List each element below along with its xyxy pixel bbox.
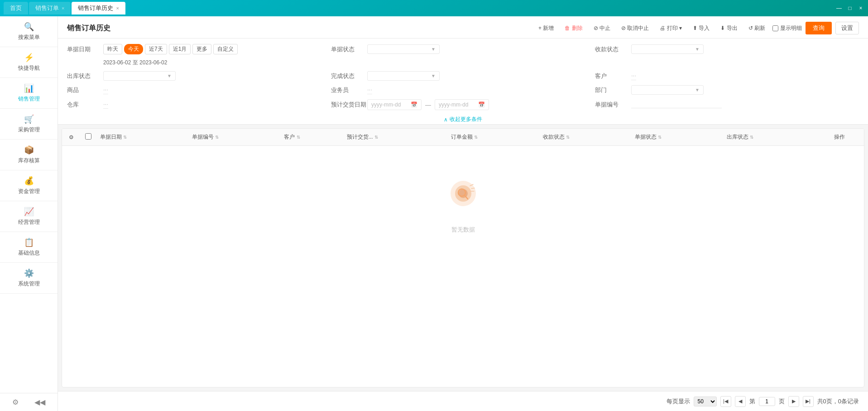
tab-sales-order-history-label: 销售订单历史	[78, 4, 113, 12]
complete-status-select[interactable]: ▼	[367, 71, 440, 81]
tab-home[interactable]: 首页	[4, 2, 28, 15]
sidebar-item-sys-mgmt[interactable]: ⚙️ 系统管理	[0, 263, 58, 294]
display-detail-checkbox[interactable]: 显示明细	[772, 24, 802, 32]
filter-dept-cell: 部门 ▼	[595, 85, 859, 95]
per-page-select[interactable]: 10 20 50 100	[694, 396, 717, 406]
filter-out-status-input: ▼	[103, 71, 331, 81]
order-status-select[interactable]: ▼	[367, 44, 440, 54]
tab-sales-order-history[interactable]: 销售订单历史 ×	[72, 2, 125, 15]
export-button[interactable]: ⬇ 导出	[717, 23, 741, 34]
order-no-input[interactable]	[631, 102, 722, 108]
sidebar-item-finance[interactable]: 💰 资金管理	[0, 170, 58, 201]
col-no-label: 单据编号	[192, 134, 214, 140]
filter-salesman-label: 业务员	[331, 86, 367, 94]
col-amount-label: 订单金额	[451, 134, 473, 140]
date-yesterday-btn[interactable]: 昨天	[103, 44, 122, 54]
search-menu-icon: 🔍	[24, 22, 34, 32]
filter-complete-status-input: ▼	[367, 71, 595, 81]
sidebar-footer: ⚙ ◀◀	[0, 393, 58, 411]
prev-page-button[interactable]: ◀	[735, 396, 746, 407]
refresh-button-label: ↺ 刷新	[748, 24, 765, 32]
date-7days-btn[interactable]: 近7天	[145, 44, 167, 54]
sidebar-item-base-info[interactable]: 📋 基础信息	[0, 232, 58, 263]
display-detail-input[interactable]	[772, 25, 778, 31]
settings-button[interactable]: 设置	[835, 22, 859, 34]
page-input[interactable]	[759, 397, 775, 406]
col-action: 操作	[815, 129, 864, 146]
filter-customer-input[interactable]: ···	[631, 72, 859, 80]
pay-status-select[interactable]: ▼	[631, 44, 704, 54]
print-button[interactable]: 🖨 打印 ▾	[656, 23, 686, 34]
filter-product-cell: 商品 ···	[67, 85, 331, 95]
col-order-status[interactable]: 单据状态 ⇅	[631, 129, 723, 146]
out-status-select[interactable]: ▼	[103, 71, 176, 81]
dept-chevron-icon: ▼	[695, 87, 700, 92]
col-no[interactable]: 单据编号 ⇅	[188, 129, 280, 146]
date-separator: —	[423, 102, 433, 108]
top-bar: 首页 销售订单 × 销售订单历史 × — □ ×	[0, 0, 868, 16]
tab-sales-order-close[interactable]: ×	[62, 5, 64, 11]
collapse-row[interactable]: ∧ 收起更多条件	[67, 114, 859, 124]
delivery-date-to[interactable]: yyyy-mm-dd 📅	[435, 99, 489, 110]
col-customer-sort-icon: ⇅	[297, 135, 300, 140]
window-max-button[interactable]: □	[846, 5, 854, 12]
import-button[interactable]: ⬆ 导入	[689, 23, 713, 34]
tab-sales-order-history-close[interactable]: ×	[116, 5, 119, 11]
page-header: 销售订单历史 + 新增 🗑 删除 ⊘ 中止 ⊘ 取消中止 🖨	[58, 16, 868, 39]
delete-button[interactable]: 🗑 删除	[561, 23, 586, 34]
table-area: ⚙ 单据日期 ⇅ 单据编号 ⇅ 客户	[62, 128, 864, 387]
col-out-status[interactable]: 出库状态 ⇅	[723, 129, 815, 146]
filter-order-no-label: 单据编号	[595, 101, 631, 109]
date-range-text: 2023-06-02 至 2023-06-02	[103, 59, 167, 66]
delivery-date-from[interactable]: yyyy-mm-dd 📅	[367, 99, 422, 110]
sidebar-item-sales-mgmt[interactable]: 📊 销售管理	[0, 78, 58, 109]
sidebar-settings-button[interactable]: ⚙	[12, 398, 19, 406]
sidebar-item-quick-nav[interactable]: ⚡ 快捷导航	[0, 47, 58, 78]
product-dots[interactable]: ···	[103, 86, 108, 94]
tab-sales-order[interactable]: 销售订单 ×	[29, 2, 71, 15]
customer-dots[interactable]: ···	[631, 72, 636, 80]
dept-select[interactable]: ▼	[631, 85, 704, 95]
complete-status-chevron-icon: ▼	[431, 73, 436, 78]
col-amount[interactable]: 订单金额 ⇅	[447, 129, 539, 146]
filter-date-label: 单据日期	[67, 45, 103, 53]
col-delivery[interactable]: 预计交货... ⇅	[343, 129, 447, 146]
col-customer[interactable]: 客户 ⇅	[280, 129, 343, 146]
filter-pay-status-cell: 收款状态 ▼	[595, 44, 859, 54]
cancel-stop-button[interactable]: ⊘ 取消中止	[618, 23, 652, 34]
filter-date-input: 昨天 今天 近7天 近1月 更多 自定义	[103, 44, 331, 54]
first-page-button[interactable]: |◀	[720, 396, 731, 407]
date-more-btn[interactable]: 更多	[192, 44, 211, 54]
sidebar-item-inventory[interactable]: 📦 库存核算	[0, 140, 58, 170]
sidebar-collapse-button[interactable]: ◀◀	[34, 398, 45, 406]
new-button[interactable]: + 新增	[535, 23, 557, 34]
salesman-dots[interactable]: ···	[367, 86, 372, 94]
next-page-button[interactable]: ▶	[788, 396, 799, 407]
date-custom-btn[interactable]: 自定义	[213, 44, 238, 54]
stop-button[interactable]: ⊘ 中止	[590, 23, 614, 34]
col-pay-status[interactable]: 收款状态 ⇅	[539, 129, 631, 146]
date-today-btn[interactable]: 今天	[124, 44, 143, 54]
sidebar-item-purchase-mgmt[interactable]: 🛒 采购管理	[0, 109, 58, 140]
date-1month-btn[interactable]: 近1月	[169, 44, 191, 54]
select-all-checkbox[interactable]	[85, 133, 91, 140]
purchase-mgmt-icon: 🛒	[24, 114, 34, 124]
col-date[interactable]: 单据日期 ⇅	[96, 129, 188, 146]
filter-warehouse-cell: 仓库 ···	[67, 99, 331, 110]
content-area: 销售订单历史 + 新增 🗑 删除 ⊘ 中止 ⊘ 取消中止 🖨	[58, 16, 868, 411]
last-page-button[interactable]: ▶|	[803, 396, 814, 407]
col-out-status-label: 出库状态	[727, 134, 748, 140]
table-header: ⚙ 单据日期 ⇅ 单据编号 ⇅ 客户	[62, 129, 864, 146]
date-range-row: 2023-06-02 至 2023-06-02	[67, 59, 859, 67]
filter-area: 单据日期 昨天 今天 近7天 近1月 更多 自定义 单据状态	[58, 39, 868, 125]
sidebar-item-search-menu[interactable]: 🔍 搜索菜单	[0, 16, 58, 47]
window-close-button[interactable]: ×	[857, 5, 864, 12]
warehouse-dots[interactable]: ···	[103, 101, 108, 109]
col-settings[interactable]: ⚙	[62, 129, 80, 146]
window-min-button[interactable]: —	[835, 5, 843, 12]
query-button[interactable]: 查询	[806, 22, 832, 34]
col-date-label: 单据日期	[100, 134, 122, 140]
refresh-button[interactable]: ↺ 刷新	[745, 23, 769, 34]
sidebar-item-operations[interactable]: 📈 经营管理	[0, 201, 58, 232]
main-layout: 🔍 搜索菜单 ⚡ 快捷导航 📊 销售管理 🛒 采购管理 📦 库存核算 💰 资金管…	[0, 16, 868, 411]
